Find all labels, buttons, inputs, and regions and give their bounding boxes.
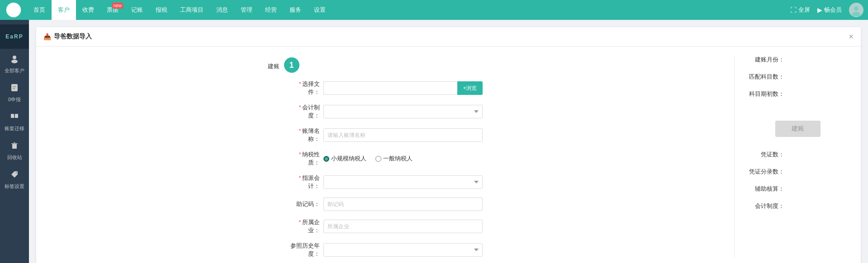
migration-icon [10,112,19,123]
svg-point-13 [16,172,17,174]
match-subjects-label: 匹配科目数： [744,73,784,81]
auxiliary-label: 辅助核算： [744,185,784,193]
nav-item-business[interactable]: 工商项目 [174,0,210,20]
form-row-memo: 助记码： [288,197,483,211]
svg-rect-5 [11,84,18,91]
form-left: 建账 1 选择文件： +浏览 [36,56,734,258]
form-row-reference-year: 参照历史年度： [288,242,483,258]
form-row-accountant: 指派会计： [288,174,483,190]
svg-point-2 [852,12,860,16]
form-row-accounting-system: 会计制度： [288,103,483,120]
step-badge: 1 [284,57,299,73]
sidebar-item-report[interactable]: 0申报 [0,80,29,107]
tax-type-radio-group: 小规模纳税人 一般纳税人 [323,155,413,163]
sidebar-item-tag-settings[interactable]: 标签设置 [0,166,29,193]
right-row-match-subjects: 匹配科目数： [744,73,852,81]
nav-item-fee[interactable]: 收费 [76,0,100,20]
company-label: 所属企业： [288,218,320,235]
svg-rect-6 [13,86,16,87]
nav-item-accounting[interactable]: 记账 [125,0,149,20]
ledger-name-label: 账簿名称： [288,127,320,143]
close-button[interactable]: × [849,33,854,41]
file-text-input[interactable] [323,81,458,95]
recycle-icon [10,141,19,152]
right-row-voucher-count: 凭证数： [744,150,852,159]
ledger-name-input[interactable] [323,128,483,142]
sidebar-item-account-migration[interactable]: 账套迁移 [0,108,29,136]
radio-small-taxpayer[interactable]: 小规模纳税人 [323,155,366,163]
svg-point-4 [11,60,18,63]
nav-item-tax[interactable]: 报税 [149,0,174,20]
nav-right: ⛶ 全屏 ▶ 畅会员 [790,3,863,17]
form-row-company: 所属企业： [288,218,483,235]
nav-item-management[interactable]: 管理 [234,0,259,20]
sidebar-logo: EaRP [0,24,29,49]
step-area: 建账 1 [268,56,503,80]
report-icon [10,83,19,94]
svg-rect-10 [12,144,17,149]
import-icon: 📥 [43,33,51,40]
build-account-button[interactable]: 建账 [775,121,821,137]
voucher-count-label: 凭证数： [744,150,784,159]
fullscreen-button[interactable]: ⛶ 全屏 [790,6,810,14]
nav-item-message[interactable]: 消息 [210,0,234,20]
nav-item-settings[interactable]: 设置 [308,0,332,20]
fullscreen-icon: ⛶ [790,6,797,14]
play-icon: ▶ [817,6,822,14]
right-row-subjects-initial: 科目期初数： [744,90,852,98]
right-accounting-system-label: 会计制度： [744,202,784,210]
right-row-voucher-records: 凭证分录数： [744,168,852,176]
main-layout: EaRP 全部客户 0申报 [0,20,868,263]
dialog-title: 📥 导爸数据导入 [43,33,92,41]
dialog-body: 建账 1 选择文件： +浏览 [36,47,861,263]
company-input[interactable] [323,220,483,233]
svg-rect-12 [14,142,15,143]
right-row-right-accounting-system: 会计制度： [744,202,852,210]
svg-point-3 [13,56,16,59]
form-right: 建账月份： 匹配科目数： 科目期初数： 建账 [734,56,861,258]
form-grid: 选择文件： +浏览 会计制度： [288,80,483,258]
browse-button[interactable]: +浏览 [457,81,482,95]
svg-rect-7 [13,88,15,89]
nav-item-service[interactable]: 服务 [283,0,308,20]
sidebar-item-all-customers[interactable]: 全部客户 [0,51,29,78]
vip-button[interactable]: ▶ 畅会员 [817,6,842,14]
reference-year-select[interactable] [323,243,483,257]
radio-general-taxpayer[interactable]: 一般纳税人 [375,155,413,163]
dialog-header: 📥 导爸数据导入 × [36,27,861,47]
file-input-group: +浏览 [323,81,483,95]
sidebar: EaRP 全部客户 0申报 [0,20,29,263]
build-month-label: 建账月份： [744,56,784,64]
assign-accountant-label: 指派会计： [288,174,320,190]
nav-item-operation[interactable]: 经营 [259,0,283,20]
tax-type-label: 纳税性质： [288,150,320,167]
person-icon [10,54,19,66]
memo-code-input[interactable] [323,197,483,211]
svg-rect-11 [11,143,18,144]
right-row-auxiliary: 辅助核算： [744,185,852,193]
accounting-system-label: 会计制度： [288,103,320,120]
accounting-system-select[interactable] [323,105,483,118]
voucher-records-label: 凭证分录数： [744,168,784,176]
step-label: 建账 [268,62,280,70]
reference-year-label: 参照历史年度： [288,242,320,258]
memo-code-label: 助记码： [288,200,320,208]
subjects-initial-label: 科目期初数： [744,90,784,98]
svg-rect-9 [15,114,18,118]
logo [5,1,23,19]
svg-point-1 [854,6,859,11]
right-row-build-month: 建账月份： [744,56,852,64]
form-row-ledger-name: 账簿名称： [288,127,483,143]
avatar[interactable] [849,3,863,17]
new-badge: new [112,3,123,9]
sidebar-item-recycle[interactable]: 回收站 [0,137,29,164]
tag-icon [10,170,19,181]
content-area: 📥 导爸数据导入 × 建账 1 [29,20,868,263]
select-file-label: 选择文件： [288,80,320,96]
form-row-tax-type: 纳税性质： 小规模纳税人 一般纳税人 [288,150,483,167]
dialog-card: 📥 导爸数据导入 × 建账 1 [36,27,861,263]
nav-item-home[interactable]: 首页 [27,0,52,20]
nav-item-customer[interactable]: 客户 [52,0,76,20]
assign-accountant-select[interactable] [323,175,483,189]
nav-item-invoice[interactable]: 票据 new [100,0,125,20]
